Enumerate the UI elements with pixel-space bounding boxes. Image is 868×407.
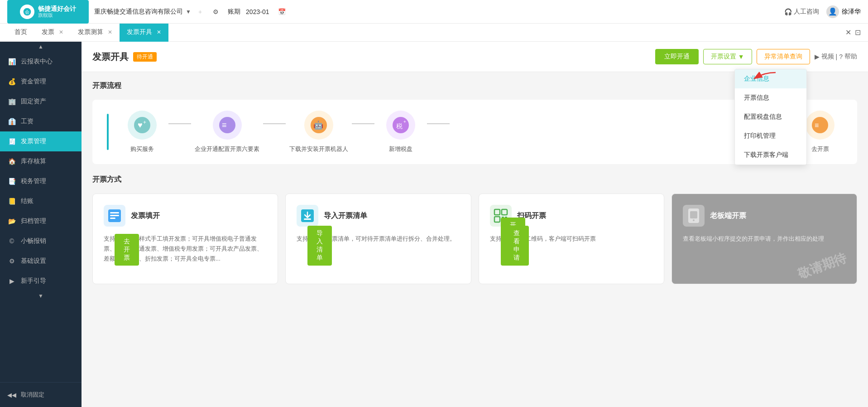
dropdown-item-xiazai[interactable]: 下载开票客户端: [735, 145, 806, 165]
process-arrow-1: [168, 123, 191, 124]
stock-icon: 🏠: [7, 157, 16, 166]
sidebar-item-zijin[interactable]: 💰 资金管理: [0, 72, 82, 92]
sidebar-label-xinshou: 新手引导: [21, 277, 46, 285]
sidebar-unpin[interactable]: ◀◀ 取消固定: [0, 386, 82, 403]
service-btn[interactable]: 🎧 人工咨询: [784, 8, 819, 16]
abnormal-button[interactable]: 异常清单查询: [757, 49, 810, 64]
sidebar-item-fapiao[interactable]: 🧾 发票管理: [0, 131, 82, 151]
sidebar-label-gudingzichan: 固定资产: [21, 97, 46, 106]
top-header: 会 畅捷通好会计 旗舰版 重庆畅捷交通信息咨询有限公司 ▼ + ⚙ 账期 202…: [0, 0, 868, 24]
fill-goto-button[interactable]: 去开票: [115, 234, 139, 266]
logo-text: 畅捷通好会计 旗舰版: [38, 5, 76, 19]
page-title-area: 发票开具 待开通: [92, 51, 157, 63]
process-label-3: 下载并安装开票机器人: [289, 145, 348, 153]
sidebar-scroll-up[interactable]: ▲: [0, 42, 82, 52]
watermark: 敬请期待: [796, 249, 849, 283]
reimburse-icon: ©: [7, 237, 16, 246]
status-badge: 待开通: [133, 52, 157, 62]
sidebar-item-jiezhang[interactable]: 📒 结账: [0, 191, 82, 211]
tab-home[interactable]: 首页: [7, 24, 34, 42]
sidebar-item-jichu[interactable]: ⚙ 基础设置: [0, 251, 82, 271]
sidebar-item-xiaochang[interactable]: © 小畅报销: [0, 231, 82, 251]
dropdown-item-kaipiao[interactable]: 开票信息: [735, 88, 806, 107]
fund-icon: 💰: [7, 77, 16, 86]
tab-invoice[interactable]: 发票 ✕: [34, 24, 71, 42]
svg-text:≡: ≡: [222, 121, 227, 130]
process-label-2: 企业开通配置开票六要素: [195, 145, 259, 153]
svg-rect-16: [110, 215, 119, 216]
method-header-boss: 老板端开票: [683, 205, 846, 227]
method-title-boss: 老板端开票: [710, 211, 746, 221]
svg-rect-21: [502, 209, 507, 215]
settings-icon: ⚙: [7, 257, 16, 266]
method-card-scan: 扫码开票 支持定制开票二维码，客户端可扫码开票 开票码管理 查看申请: [479, 194, 664, 284]
sidebar-label-jiezhang: 结账: [21, 197, 34, 205]
process-step-4: 税+ 新增税盘: [378, 111, 423, 153]
svg-rect-15: [110, 212, 119, 213]
svg-point-28: [693, 219, 695, 221]
tab-calc[interactable]: 发票测算 ✕: [71, 24, 120, 42]
salary-icon: 👔: [7, 117, 16, 126]
sidebar-scroll-down[interactable]: ▼: [0, 291, 82, 301]
process-arrow-2: [263, 123, 286, 124]
method-title: 开票方式: [92, 175, 857, 184]
user-area[interactable]: 👤 徐泽华: [826, 5, 861, 18]
dropdown-item-peizhi[interactable]: 配置税盘信息: [735, 107, 806, 126]
main-content: 发票开具 待开通 立即开通 开票设置 ▼ 异常清单查询 ▶ 视频 | ? 帮助: [82, 42, 868, 407]
svg-rect-19: [304, 218, 311, 220]
settings-button[interactable]: 开票设置 ▼: [703, 49, 752, 64]
divider: |: [836, 53, 838, 60]
question-icon: ?: [839, 53, 843, 60]
asset-icon: 🏢: [7, 97, 16, 106]
activate-button[interactable]: 立即开通: [655, 49, 699, 64]
method-icon-fill: [104, 205, 125, 227]
import-button[interactable]: 导入清单: [307, 226, 332, 266]
process-arrow-4: [427, 123, 450, 124]
sidebar-item-shuiwu[interactable]: 📑 税务管理: [0, 171, 82, 191]
view-apply-button[interactable]: 查看申请: [504, 226, 529, 266]
header-right: 🎧 人工咨询 👤 徐泽华: [784, 5, 861, 18]
sidebar-item-guidang[interactable]: 📂 归档管理: [0, 211, 82, 231]
method-card-fill: 发票填开 支持按照发票样式手工填开发票；可开具增值税电子普通发票、增值税普通发票…: [92, 194, 278, 284]
page-header: 发票开具 待开通 立即开通 开票设置 ▼ 异常清单查询 ▶ 视频 | ? 帮助: [82, 42, 868, 72]
sidebar-item-gudingzichan[interactable]: 🏢 固定资产: [0, 92, 82, 111]
dropdown-item-dayinji[interactable]: 打印机管理: [735, 126, 806, 145]
sidebar-bottom: ◀◀ 取消固定: [0, 382, 82, 407]
sidebar-label-yunbao: 云报表中心: [21, 58, 53, 66]
settings-icon-btn[interactable]: ⚙: [209, 6, 222, 17]
dropdown-item-qiye[interactable]: 企业信息: [735, 69, 806, 88]
sidebar-item-gongzi[interactable]: 👔 工资: [0, 111, 82, 131]
page-title: 发票开具: [92, 51, 129, 63]
tab-calc-close[interactable]: ✕: [108, 29, 112, 35]
period-label: 账期: [228, 8, 240, 16]
tab-invoice-close[interactable]: ✕: [59, 29, 63, 35]
process-step-3: 🤖 下载并安装开票机器人: [289, 111, 348, 153]
tab-expand-btn[interactable]: ⊡: [853, 26, 863, 39]
tab-issue-close[interactable]: ✕: [157, 29, 161, 35]
sidebar-label-zijin: 资金管理: [21, 78, 46, 86]
process-arrow-3: [352, 123, 374, 124]
process-icon-3: 🤖: [304, 111, 333, 140]
user-avatar: 👤: [826, 5, 839, 18]
tab-issue[interactable]: 发票开具 ✕: [120, 24, 168, 42]
calendar-icon[interactable]: 📅: [274, 6, 289, 17]
company-selector[interactable]: 重庆畅捷交通信息咨询有限公司 ▼: [94, 8, 191, 16]
sidebar-item-yunbao[interactable]: 📊 云报表中心: [0, 52, 82, 72]
sidebar-label-shuiwu: 税务管理: [21, 177, 46, 185]
process-divider-bar: [107, 114, 109, 150]
svg-rect-27: [690, 211, 697, 218]
unpin-icon: ◀◀: [7, 392, 16, 398]
process-label-4: 新增税盘: [389, 145, 412, 153]
user-name: 徐泽华: [842, 8, 861, 16]
logo-area: 会 畅捷通好会计 旗舰版: [7, 0, 89, 24]
sidebar-item-xinshou[interactable]: ▶ 新手引导: [0, 271, 82, 291]
method-desc-boss: 查看老板端小程序提交的开票申请，并作出相应的处理: [683, 234, 846, 244]
sidebar-item-kucun[interactable]: 🏠 库存核算: [0, 151, 82, 171]
tab-close-btn[interactable]: ✕: [844, 26, 853, 39]
method-title-import: 导入开票清单: [324, 211, 367, 221]
layout: ▲ 📊 云报表中心 💰 资金管理 🏢 固定资产 👔 工资 🧾 发票管理 🏠 库存…: [0, 42, 868, 407]
method-header-import: 导入开票清单: [297, 205, 460, 227]
video-button[interactable]: ▶ 视频 | ? 帮助: [815, 53, 857, 61]
svg-rect-17: [110, 218, 115, 219]
tab-issue-label: 发票开具: [127, 28, 152, 36]
